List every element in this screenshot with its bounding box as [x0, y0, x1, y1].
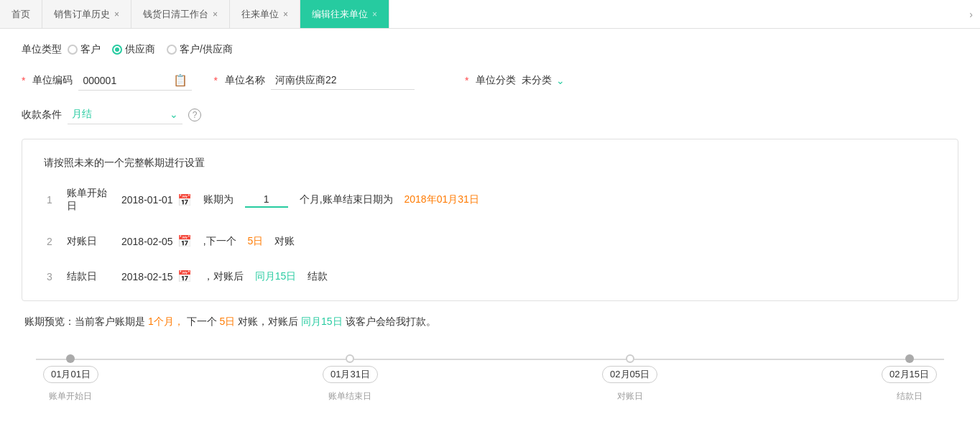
row-1-calendar-icon[interactable]: 📅 [177, 193, 192, 207]
radio-both-circle [167, 45, 177, 55]
row-3-date: 2018-02-15 📅 [121, 270, 192, 283]
unit-classify-select[interactable]: 未分类 ⌄ [522, 74, 565, 87]
preview-period: 1个月， [148, 316, 184, 327]
timeline-dot-4 [905, 354, 914, 363]
unit-code-required: * [22, 75, 25, 86]
row-1-label: 账单开始日 [67, 187, 110, 213]
row-1-num: 1 [44, 194, 55, 206]
radio-customer-circle [68, 45, 78, 55]
unit-name-input[interactable] [271, 72, 415, 90]
unit-code-label: 单位编码 [32, 74, 73, 87]
timeline-point-4: 02月15日 结款日 [882, 343, 937, 402]
row-2-calendar-icon[interactable]: 📅 [177, 234, 192, 248]
row-2-description-prefix: ,下一个 [203, 235, 236, 248]
timeline-container: 01月01日 账单开始日 01月31日 账单结束日 02月05日 对账日 02月… [22, 343, 958, 402]
radio-supplier-circle [112, 45, 122, 55]
timeline-label-4: 结款日 [897, 390, 923, 402]
unit-code-input[interactable] [83, 75, 169, 86]
tab-arrow[interactable]: › [962, 0, 980, 28]
row-2-highlight-date: 5日 [248, 235, 264, 248]
timeline-label-3: 对账日 [617, 390, 643, 402]
row-3-date-value: 2018-02-15 [121, 271, 173, 282]
tab-home[interactable]: 首页 [0, 0, 42, 28]
close-partner-units-tab[interactable]: × [283, 9, 288, 19]
preview-reconcile-suffix: 对账，对账后 [238, 316, 298, 327]
preview-reconcile-prefix: 下一个 [187, 316, 217, 327]
close-sales-order-tab[interactable]: × [114, 9, 119, 19]
timeline-spacer-2 [378, 359, 602, 360]
row-2-label: 对账日 [67, 235, 110, 248]
unit-name-label: 单位名称 [225, 74, 265, 87]
row-3-label: 结款日 [67, 270, 110, 283]
unit-classify-dropdown-icon: ⌄ [556, 75, 565, 86]
timeline-badge-3: 02月05日 [602, 366, 657, 383]
timeline-badge-2: 01月31日 [323, 366, 378, 383]
payment-condition-select[interactable]: 月结 ⌄ [68, 105, 182, 124]
timeline-badge-1: 01月01日 [43, 366, 98, 383]
radio-both[interactable]: 客户/供应商 [167, 43, 233, 56]
payment-row: 收款条件 月结 ⌄ ? [22, 105, 958, 124]
tab-sales-order-history[interactable]: 销售订单历史 × [42, 0, 131, 28]
payment-condition-value: 月结 [72, 108, 165, 121]
radio-both-label: 客户/供应商 [180, 43, 233, 56]
radio-customer[interactable]: 客户 [68, 43, 101, 56]
row-3-description-prefix: ，对账后 [203, 270, 244, 283]
row-1-date: 2018-01-01 📅 [121, 193, 192, 207]
row-2-date-value: 2018-02-05 [121, 236, 173, 247]
close-cash-workbench-tab[interactable]: × [213, 9, 218, 19]
preview-pay-suffix: 该客户会给我打款。 [346, 316, 436, 327]
unit-code-input-wrapper: 📋 [78, 70, 192, 91]
unit-info-row: * 单位编码 📋 * 单位名称 * 单位分类 未分类 ⌄ [22, 70, 958, 91]
row-3-calendar-icon[interactable]: 📅 [177, 270, 192, 283]
tab-bar: 首页 销售订单历史 × 钱货日清工作台 × 往来单位 × 编辑往来单位 × › [0, 0, 980, 29]
unit-type-label: 单位类型 [22, 43, 62, 56]
timeline-point-3: 02月05日 对账日 [602, 343, 657, 402]
unit-name-field: * 单位名称 [213, 72, 414, 90]
tab-partner-units[interactable]: 往来单位 × [230, 0, 300, 28]
preview-pay-date: 同月15日 [301, 316, 343, 327]
timeline-dot-1 [66, 354, 75, 363]
unit-classify-required: * [465, 75, 468, 86]
row-3-num: 3 [44, 271, 55, 282]
unit-classify-label: 单位分类 [476, 74, 516, 87]
preview-section: 账期预览：当前客户账期是 1个月， 下一个 5日 对账，对账后 同月15日 该客… [22, 316, 958, 328]
payment-condition-help-icon[interactable]: ? [188, 109, 201, 121]
timeline: 01月01日 账单开始日 01月31日 账单结束日 02月05日 对账日 02月… [43, 343, 937, 402]
tab-edit-partner[interactable]: 编辑往来单位 × [300, 0, 389, 28]
timeline-point-1: 01月01日 账单开始日 [43, 343, 98, 402]
radio-supplier-label: 供应商 [125, 43, 155, 56]
setting-row-3: 3 结款日 2018-02-15 📅 ，对账后 同月15日 结款 [44, 270, 936, 283]
settings-card-title: 请按照未来的一个完整帐期进行设置 [44, 157, 936, 170]
settings-card: 请按照未来的一个完整帐期进行设置 1 账单开始日 2018-01-01 📅 账期… [22, 139, 958, 301]
unit-type-field: 单位类型 客户 供应商 客户/供应商 [22, 43, 233, 56]
close-edit-partner-tab[interactable]: × [372, 9, 377, 19]
row-3-highlight-date: 同月15日 [255, 270, 297, 283]
payment-condition-field: 收款条件 月结 ⌄ ? [22, 105, 201, 124]
row-2-description-suffix: 对账 [274, 235, 295, 248]
row-1-description: 账期为 [203, 193, 234, 206]
timeline-label-2: 账单结束日 [328, 390, 371, 402]
timeline-dot-2 [346, 354, 354, 363]
unit-classify-field: * 单位分类 未分类 ⌄ [465, 74, 565, 87]
payment-condition-label: 收款条件 [22, 109, 62, 121]
timeline-spacer-3 [657, 359, 882, 360]
unit-code-field: * 单位编码 📋 [22, 70, 192, 91]
row-1-period-unit: 个月,账单结束日期为 [300, 193, 393, 206]
unit-code-icon[interactable]: 📋 [173, 73, 188, 87]
unit-classify-value: 未分类 [522, 74, 552, 87]
row-3-description-suffix: 结款 [308, 270, 328, 283]
timeline-label-1: 账单开始日 [49, 390, 92, 402]
row-1-end-date: 2018年01月31日 [405, 193, 479, 206]
period-input[interactable] [245, 192, 288, 208]
radio-customer-label: 客户 [80, 43, 101, 56]
timeline-badge-4: 02月15日 [882, 366, 937, 383]
row-1-date-value: 2018-01-01 [121, 194, 173, 206]
tab-cash-workbench[interactable]: 钱货日清工作台 × [131, 0, 230, 28]
preview-label: 账期预览：当前客户账期是 [24, 316, 145, 327]
timeline-point-2: 01月31日 账单结束日 [323, 343, 378, 402]
main-content: 单位类型 客户 供应商 客户/供应商 * 单位编码 [0, 29, 980, 437]
timeline-dot-3 [626, 354, 634, 363]
radio-supplier[interactable]: 供应商 [112, 43, 155, 56]
payment-condition-dropdown-icon: ⌄ [170, 109, 178, 120]
timeline-spacer-1 [98, 359, 323, 360]
